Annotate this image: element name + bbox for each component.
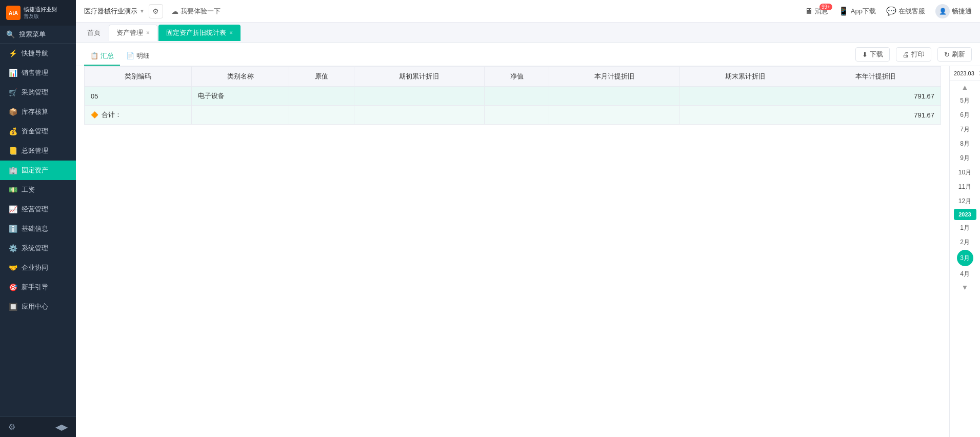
sidebar-item-app-center[interactable]: 🔲 应用中心 <box>0 297 76 316</box>
fixed-assets-icon: 🏢 <box>8 166 17 175</box>
col-name: 类别名称 <box>192 67 289 87</box>
tab-home[interactable]: 首页 <box>80 25 108 41</box>
date-month-nov[interactable]: 11月 <box>955 180 975 193</box>
main-content: 医疗器械行业演示 ▼ ⚙ ☁ 我要体验一下 🖥 消息 99+ 📱 App下载 💬… <box>76 0 980 437</box>
enterprise-icon: 🤝 <box>8 263 17 272</box>
date-month-jan[interactable]: 1月 <box>955 221 975 234</box>
date-month-aug[interactable]: 8月 <box>955 137 975 150</box>
tab-asset-mgmt-label: 资产管理 <box>116 28 143 37</box>
sidebar-bottom: ⚙ ◀▶ <box>0 416 76 437</box>
tab-depreciation-label: 固定资产折旧统计表 <box>166 28 226 37</box>
sidebar-item-label: 快捷导航 <box>22 49 48 58</box>
total-original <box>289 106 354 125</box>
tab-depreciation[interactable]: 固定资产折旧统计表 × <box>158 25 241 41</box>
total-initial-dep <box>354 106 485 125</box>
sidebar-item-enterprise[interactable]: 🤝 企业协同 <box>0 258 76 277</box>
sidebar-item-label: 应用中心 <box>22 302 48 311</box>
col-initial-dep: 期初累计折旧 <box>354 67 485 87</box>
operations-icon: 📈 <box>8 205 17 214</box>
app-center-icon: 🔲 <box>8 302 17 311</box>
sidebar-search[interactable]: 🔍 搜索菜单 <box>0 26 76 44</box>
detail-icon: 📄 <box>126 52 134 59</box>
finance-icon: 💰 <box>8 127 17 136</box>
cell-net <box>485 87 549 106</box>
refresh-button[interactable]: ↻ 刷新 <box>937 47 972 62</box>
print-icon: 🖨 <box>903 51 909 58</box>
date-prev-button[interactable]: ▲ <box>959 81 971 93</box>
sidebar-item-label: 库存核算 <box>22 107 48 116</box>
ledger-icon: 📒 <box>8 146 17 155</box>
logo-icon: AtA <box>6 6 21 20</box>
tab-depreciation-close[interactable]: × <box>229 29 233 36</box>
settings-icon[interactable]: ⚙ <box>8 422 15 432</box>
print-button[interactable]: 🖨 打印 <box>896 47 931 62</box>
sidebar-item-operations[interactable]: 📈 经营管理 <box>0 200 76 219</box>
messages-button[interactable]: 🖥 消息 99+ <box>805 7 828 16</box>
customer-service-button[interactable]: 💬 在线客服 <box>886 6 925 16</box>
date-month-dec[interactable]: 12月 <box>955 194 975 208</box>
avatar-icon: 👤 <box>939 8 947 15</box>
tab-asset-mgmt-close[interactable]: × <box>146 29 150 36</box>
tab-asset-mgmt[interactable]: 资产管理 × <box>109 25 157 41</box>
date-panel-close-icon[interactable]: ✕ <box>976 69 980 77</box>
sidebar-item-fixed-assets[interactable]: 🏢 固定资产 <box>0 161 76 180</box>
summary-icon: 📋 <box>90 52 98 59</box>
sidebar-logo: AtA 畅捷通好业财 普及版 <box>0 0 76 26</box>
app-download-button[interactable]: 📱 App下载 <box>838 6 876 16</box>
sub-tab-summary[interactable]: 📋 汇总 <box>84 48 120 66</box>
app-version: 普及版 <box>24 13 57 20</box>
user-profile[interactable]: 👤 畅捷通 <box>935 4 972 18</box>
date-month-jul[interactable]: 7月 <box>955 123 975 136</box>
messages-badge: 99+ <box>819 4 832 10</box>
navbar: 医疗器械行业演示 ▼ ⚙ ☁ 我要体验一下 🖥 消息 99+ 📱 App下载 💬… <box>76 0 980 23</box>
date-panel: 2023.03 ✕ ⤢ ▲ 5月 6月 7月 8月 9月 10月 11月 12月… <box>949 66 980 437</box>
sidebar-item-ledger[interactable]: 📒 总账管理 <box>0 141 76 161</box>
sidebar-item-guide[interactable]: 🎯 新手引导 <box>0 277 76 297</box>
total-icon-cell: 🔶 合计： <box>85 106 192 125</box>
search-icon: 🔍 <box>6 30 15 38</box>
app-name: 畅捷通好业财 <box>24 6 57 13</box>
sidebar-item-purchase[interactable]: 🛒 采购管理 <box>0 83 76 102</box>
company-selector[interactable]: 医疗器械行业演示 ▼ <box>84 7 145 16</box>
date-month-apr[interactable]: 4月 <box>955 267 975 281</box>
col-code: 类别编码 <box>85 67 192 87</box>
cell-period-dep <box>679 87 810 106</box>
date-month-oct[interactable]: 10月 <box>955 166 975 179</box>
date-panel-title: 2023.03 <box>952 70 976 76</box>
sidebar-item-quick-nav[interactable]: ⚡ 快捷导航 <box>0 44 76 63</box>
total-net <box>485 106 549 125</box>
download-icon: ⬇ <box>862 51 868 58</box>
tab-home-label: 首页 <box>87 28 101 37</box>
total-row: 🔶 合计： 791.67 <box>85 106 941 125</box>
sub-tab-detail[interactable]: 📄 明细 <box>120 48 156 66</box>
download-button[interactable]: ⬇ 下载 <box>855 47 890 62</box>
sidebar-item-system[interactable]: ⚙️ 系统管理 <box>0 239 76 258</box>
sidebar-item-label: 总账管理 <box>22 146 48 155</box>
sidebar-item-basic-info[interactable]: ℹ️ 基础信息 <box>0 219 76 239</box>
experience-button[interactable]: ☁ 我要体验一下 <box>171 7 221 16</box>
company-arrow-icon: ▼ <box>139 8 145 14</box>
sales-icon: 📊 <box>8 68 17 77</box>
basic-info-icon: ℹ️ <box>8 224 17 233</box>
download-icon: 📱 <box>838 6 849 16</box>
sidebar-item-label: 固定资产 <box>22 166 48 175</box>
sidebar-item-sales[interactable]: 📊 销售管理 <box>0 63 76 83</box>
date-month-may[interactable]: 5月 <box>955 94 975 107</box>
sidebar-item-label: 新手引导 <box>22 283 48 292</box>
date-month-sep[interactable]: 9月 <box>955 151 975 165</box>
sidebar-item-inventory[interactable]: 📦 库存核算 <box>0 102 76 122</box>
table-row: 05 电子设备 791.67 <box>85 87 941 106</box>
settings-button[interactable]: ⚙ <box>149 4 163 18</box>
collapse-icon[interactable]: ◀▶ <box>55 422 68 432</box>
sidebar-item-finance[interactable]: 💰 资金管理 <box>0 122 76 141</box>
sidebar-item-salary[interactable]: 💵 工资 <box>0 180 76 200</box>
date-month-feb[interactable]: 2月 <box>955 235 975 249</box>
sidebar-item-label: 系统管理 <box>22 244 48 253</box>
date-month-mar-active[interactable]: 3月 <box>957 250 973 266</box>
content-with-panel: 类别编码 类别名称 原值 期初累计折旧 净值 本月计提折旧 期末累计折旧 本年计… <box>76 66 980 437</box>
sub-tabs: 📋 汇总 📄 明细 ⬇ 下载 🖨 打印 ↻ 刷新 <box>76 43 980 66</box>
sidebar: AtA 畅捷通好业财 普及版 🔍 搜索菜单 ⚡ 快捷导航 📊 销售管理 🛒 采购… <box>0 0 76 437</box>
summary-label: 汇总 <box>101 51 114 61</box>
date-next-button[interactable]: ▼ <box>959 281 971 293</box>
date-month-jun[interactable]: 6月 <box>955 108 975 122</box>
